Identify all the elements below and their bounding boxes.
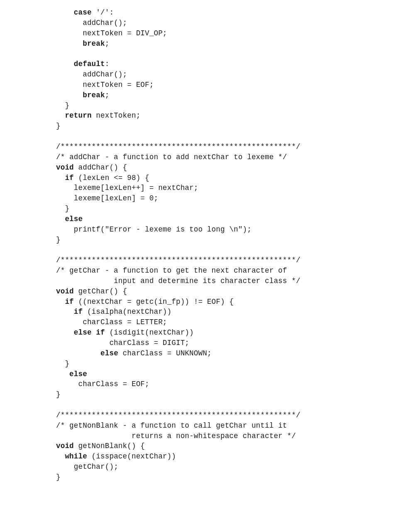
code-line: addChar(); <box>56 70 127 79</box>
code-text: : <box>105 60 110 68</box>
code-text: addChar(); <box>83 70 127 79</box>
code-text: } <box>56 122 61 130</box>
code-line: charClass = DIGIT; <box>56 339 189 347</box>
code-keyword: default <box>74 60 105 68</box>
code-text: getChar() { <box>74 287 127 296</box>
code-line: /* getChar - a function to get the next … <box>56 266 287 275</box>
code-text: ; <box>105 39 110 48</box>
code-keyword: void <box>56 287 74 296</box>
code-text: charClass = DIGIT; <box>109 339 189 347</box>
code-text: charClass = UNKNOWN; <box>118 349 212 357</box>
code-line: lexeme[lexLen++] = nextChar; <box>56 184 198 192</box>
code-line: nextToken = EOF; <box>56 81 154 89</box>
code-line: /***************************************… <box>56 256 301 264</box>
code-line: } <box>56 360 69 368</box>
code-keyword: if <box>65 298 73 306</box>
code-line: /***************************************… <box>56 411 301 419</box>
code-keyword: break <box>83 39 105 48</box>
code-line: break; <box>56 91 109 99</box>
code-text: charClass = LETTER; <box>83 318 167 326</box>
code-line: charClass = EOF; <box>56 380 149 388</box>
code-text: /***************************************… <box>56 256 301 264</box>
code-line: /* getNonBlank - a function to call getC… <box>56 421 287 430</box>
code-text: (lexLen <= 98) { <box>74 174 149 182</box>
code-line: if (lexLen <= 98) { <box>56 174 149 182</box>
code-text: addChar() { <box>74 163 127 172</box>
code-line: if (isalpha(nextChar)) <box>56 308 171 316</box>
code-line: else if (isdigit(nextChar)) <box>56 328 194 337</box>
code-keyword: else if <box>74 328 105 337</box>
code-text: ; <box>105 91 110 99</box>
code-line: default: <box>56 60 109 68</box>
code-text: } <box>65 101 69 110</box>
code-text: (isspace(nextChar)) <box>87 452 176 461</box>
code-line: charClass = LETTER; <box>56 318 167 326</box>
code-text: nextToken = EOF; <box>83 81 154 89</box>
code-line: nextToken = DIV_OP; <box>56 29 167 37</box>
code-line: return nextToken; <box>56 111 140 120</box>
code-text: } <box>65 360 69 368</box>
code-line: } <box>56 236 61 244</box>
code-keyword: void <box>56 442 74 450</box>
code-keyword: void <box>56 163 74 172</box>
code-line: input and determine its character class … <box>56 277 301 285</box>
code-line: void getNonBlank() { <box>56 442 145 450</box>
code-line: break; <box>56 39 109 48</box>
code-text: (isdigit(nextChar)) <box>105 328 194 337</box>
code-line: getChar(); <box>56 463 118 471</box>
code-text: getChar(); <box>74 463 118 471</box>
code-text: ((nextChar = getc(in_fp)) != EOF) { <box>74 298 234 306</box>
code-keyword: case <box>74 8 92 17</box>
code-line: /* addChar - a function to add nextChar … <box>56 153 287 161</box>
code-text: '/': <box>92 8 114 17</box>
code-text: } <box>56 236 61 244</box>
code-keyword: else <box>65 215 83 223</box>
code-text: lexeme[lexLen++] = nextChar; <box>74 184 198 192</box>
code-keyword: else <box>69 370 87 378</box>
code-text: } <box>65 204 69 213</box>
code-text: input and determine its character class … <box>56 277 301 285</box>
code-line: } <box>56 390 61 399</box>
code-text: nextToken = DIV_OP; <box>83 29 167 37</box>
code-text: (isalpha(nextChar)) <box>83 308 171 316</box>
code-line: void getChar() { <box>56 287 127 296</box>
code-text: lexeme[lexLen] = 0; <box>74 194 158 202</box>
code-text: returns a non-whitespace character */ <box>56 432 296 440</box>
code-keyword: if <box>74 308 83 316</box>
code-line: case '/': <box>56 8 114 17</box>
code-text: /* getChar - a function to get the next … <box>56 266 287 275</box>
code-text: /* getNonBlank - a function to call getC… <box>56 421 287 430</box>
code-line: returns a non-whitespace character */ <box>56 432 296 440</box>
code-keyword: while <box>65 452 87 461</box>
code-keyword: if <box>65 174 73 182</box>
code-text: } <box>56 390 61 399</box>
code-block: case '/': addChar(); nextToken = DIV_OP;… <box>0 0 401 483</box>
code-line: else charClass = UNKNOWN; <box>56 349 212 357</box>
code-text: charClass = EOF; <box>78 380 149 388</box>
code-keyword: else <box>100 349 118 357</box>
code-line: } <box>56 473 61 481</box>
code-text: /* addChar - a function to add nextChar … <box>56 153 287 161</box>
code-line: } <box>56 122 61 130</box>
code-line: else <box>56 215 83 223</box>
code-text: addChar(); <box>83 19 127 27</box>
code-text: nextToken; <box>92 111 141 120</box>
code-line: lexeme[lexLen] = 0; <box>56 194 158 202</box>
code-line: printf("Error - lexeme is too long \n"); <box>56 225 252 234</box>
code-text: /***************************************… <box>56 411 301 419</box>
code-line: /***************************************… <box>56 143 301 151</box>
code-line: addChar(); <box>56 19 127 27</box>
code-keyword: break <box>83 91 105 99</box>
code-line: else <box>56 370 87 378</box>
code-line: while (isspace(nextChar)) <box>56 452 176 461</box>
code-line: } <box>56 101 69 110</box>
code-text: getNonBlank() { <box>74 442 145 450</box>
code-text: printf("Error - lexeme is too long \n"); <box>74 225 252 234</box>
code-line: if ((nextChar = getc(in_fp)) != EOF) { <box>56 298 234 306</box>
code-line: } <box>56 204 69 213</box>
code-text: } <box>56 473 61 481</box>
code-text: /***************************************… <box>56 143 301 151</box>
code-line: void addChar() { <box>56 163 127 172</box>
code-keyword: return <box>65 111 91 120</box>
